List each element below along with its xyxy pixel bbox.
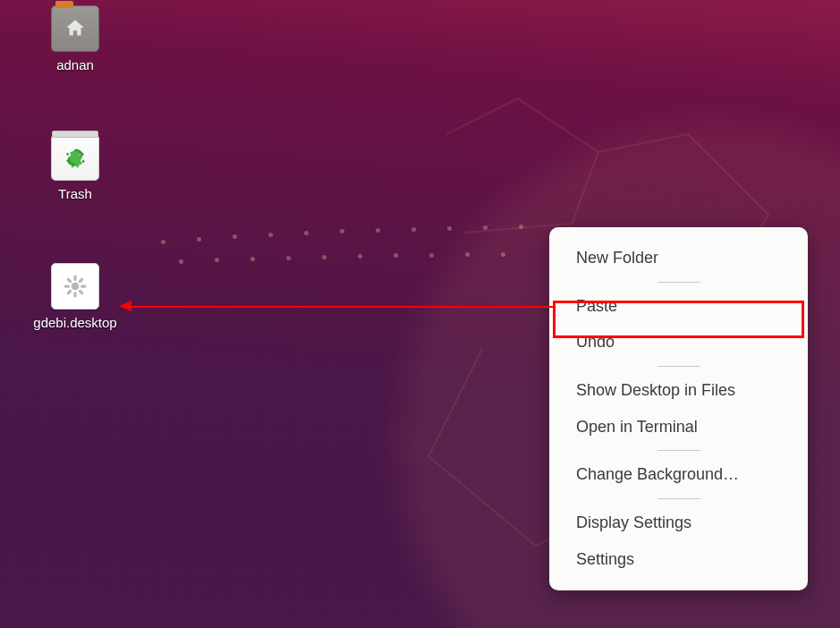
- menu-item-settings[interactable]: Settings: [549, 541, 808, 578]
- annotation-arrow: [132, 306, 553, 308]
- desktop-icon-file-gdebi[interactable]: gdebi.desktop: [21, 263, 129, 330]
- menu-item-paste[interactable]: Paste: [549, 288, 808, 325]
- menu-item-show-desktop-in-files[interactable]: Show Desktop in Files: [549, 372, 808, 409]
- desktop-context-menu: New Folder Paste Undo Show Desktop in Fi…: [549, 227, 808, 590]
- menu-item-open-in-terminal[interactable]: Open in Terminal: [549, 409, 808, 446]
- menu-separator: [658, 498, 700, 499]
- menu-separator: [658, 366, 700, 367]
- menu-item-change-background[interactable]: Change Background…: [549, 456, 808, 493]
- trash-icon: [51, 134, 99, 181]
- wallpaper-dots: [161, 215, 555, 268]
- file-icon: [51, 263, 99, 310]
- menu-item-new-folder[interactable]: New Folder: [549, 240, 808, 276]
- desktop-icon-label: Trash: [58, 186, 92, 201]
- desktop-icon-label: adnan: [56, 57, 94, 72]
- menu-separator: [658, 450, 700, 451]
- desktop-icon-home[interactable]: adnan: [21, 5, 129, 72]
- menu-separator: [658, 282, 700, 283]
- menu-item-display-settings[interactable]: Display Settings: [549, 505, 808, 541]
- svg-point-2: [72, 283, 80, 291]
- desktop-icon-trash[interactable]: Trash: [21, 134, 129, 201]
- menu-item-undo[interactable]: Undo: [549, 324, 808, 361]
- desktop-icon-label: gdebi.desktop: [33, 315, 116, 330]
- folder-home-icon: [51, 5, 99, 52]
- ubuntu-desktop[interactable]: adnan Trash gdebi.desktop New Folder Pas…: [0, 0, 840, 628]
